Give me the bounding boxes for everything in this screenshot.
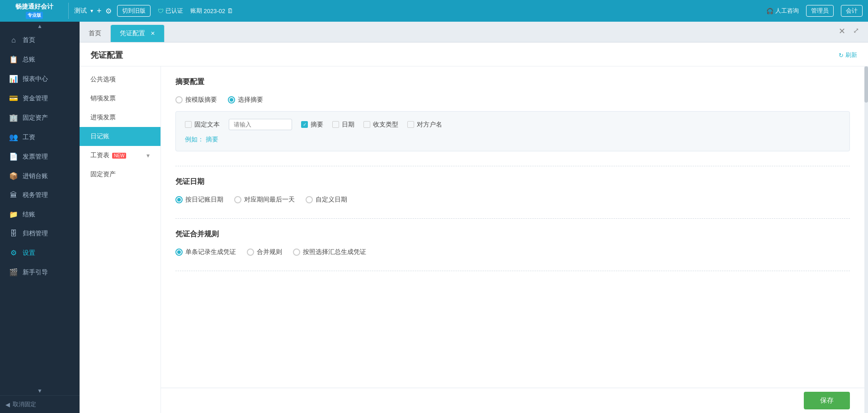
- topbar-right: 🎧 人工咨询 管理员 会计: [766, 5, 863, 17]
- old-version-button[interactable]: 切到旧版: [117, 5, 151, 17]
- tab-home[interactable]: 首页: [80, 25, 111, 42]
- sidebar-item-wages[interactable]: 👥 工资: [0, 127, 80, 147]
- merge-section: 凭证合并规则 单条记录生成凭证 合并规则: [175, 230, 850, 256]
- checkbox-box-date: [332, 121, 339, 128]
- sidebar-scroll-up[interactable]: ▲: [0, 22, 80, 31]
- page-header: 凭证配置 ↻ 刷新: [80, 42, 868, 66]
- sidebar-item-archive[interactable]: 🗄 归档管理: [0, 224, 80, 243]
- radio-last-day[interactable]: 对应期间最后一天: [234, 196, 295, 204]
- date-section-title: 凭证日期: [175, 177, 850, 187]
- tab-close-icon[interactable]: ✕: [151, 30, 155, 37]
- refresh-button[interactable]: ↻ 刷新: [839, 51, 857, 59]
- radio-circle-select-merge: [293, 249, 300, 256]
- tabbar: 首页 凭证配置 ✕ ✕ ⤢: [80, 22, 868, 42]
- left-menu-item-payroll[interactable]: 工资表 NEW ▾: [80, 146, 160, 165]
- checkbox-box-counterpart: [407, 121, 414, 128]
- radio-circle-custom-date: [306, 196, 313, 203]
- radio-single[interactable]: 单条记录生成凭证: [175, 248, 236, 256]
- tax-icon: 🏛: [9, 191, 18, 199]
- closing-icon: 📁: [9, 210, 18, 219]
- abstract-options-panel: 固定文本 摘要 日期: [175, 111, 850, 151]
- left-menu-item-public[interactable]: 公共选项: [80, 70, 160, 89]
- left-menu-item-sales-invoice[interactable]: 销项发票: [80, 89, 160, 108]
- radio-custom-date[interactable]: 自定义日期: [306, 196, 347, 204]
- scrollbar[interactable]: [864, 66, 868, 413]
- project-name: 测试: [74, 7, 87, 15]
- panel-close-button[interactable]: ✕: [839, 26, 845, 36]
- sidebar: ▲ ⌂ 首页 📋 总账 📊 报表中心 💳 资金管理 🏢 固定资产: [0, 22, 80, 413]
- payroll-expand-icon[interactable]: ▾: [146, 152, 150, 159]
- add-project-icon[interactable]: +: [97, 6, 102, 16]
- checkbox-fixed-text[interactable]: 固定文本: [185, 121, 220, 129]
- cancel-fixed-button[interactable]: ◀ 取消固定: [0, 395, 80, 413]
- divider-1: [175, 166, 850, 166]
- sidebar-item-assets[interactable]: 🏢 固定资产: [0, 108, 80, 127]
- admin-button[interactable]: 管理员: [806, 5, 834, 17]
- sidebar-item-guide[interactable]: 🎬 新手引导: [0, 263, 80, 282]
- account-button[interactable]: 会计: [841, 5, 863, 17]
- page-content: 凭证配置 ↻ 刷新 公共选项 销项发票 进项发票: [80, 42, 868, 413]
- divider-3: [175, 271, 850, 271]
- sidebar-scroll-down[interactable]: ▼: [0, 386, 80, 395]
- abstract-radio-group: 按模版摘要 选择摘要: [175, 96, 850, 104]
- example-text: 例如： 摘要: [185, 136, 840, 144]
- radio-merge-rule[interactable]: 合并规则: [247, 248, 282, 256]
- radio-circle-select: [228, 96, 235, 103]
- period-label: 账期: [190, 7, 202, 15]
- sidebar-item-closing[interactable]: 📁 结账: [0, 205, 80, 224]
- reports-icon: 📊: [9, 75, 18, 83]
- footer-bar: 保存: [161, 388, 864, 413]
- guide-icon: 🎬: [9, 268, 18, 277]
- left-menu-item-purchase-invoice[interactable]: 进项发票: [80, 108, 160, 127]
- settings-icon[interactable]: ⚙: [105, 7, 112, 15]
- headset-icon: 🎧: [766, 8, 774, 14]
- tab-voucher-config[interactable]: 凭证配置 ✕: [111, 25, 165, 42]
- radio-select-merge[interactable]: 按照选择汇总生成凭证: [293, 248, 366, 256]
- left-menu-item-journal[interactable]: 日记账: [80, 127, 160, 146]
- scrollbar-thumb[interactable]: [864, 66, 868, 103]
- purchases-icon: 📦: [9, 172, 18, 180]
- settings-sidebar-icon: ⚙: [9, 249, 18, 257]
- left-menu-item-fixed-assets[interactable]: 固定资产: [80, 165, 160, 184]
- consult-button[interactable]: 🎧 人工咨询: [766, 7, 799, 15]
- date-section: 凭证日期 按日记账日期 对应期间最后一天: [175, 177, 850, 204]
- calendar-icon[interactable]: 🗓: [227, 7, 233, 14]
- radio-journal-date[interactable]: 按日记账日期: [175, 196, 223, 204]
- checkbox-payment-type[interactable]: 收支类型: [363, 121, 398, 129]
- checkbox-box-abstract: [301, 121, 308, 128]
- radio-circle-journal-date: [175, 196, 183, 203]
- refresh-icon: ↻: [839, 52, 844, 59]
- content-area: 首页 凭证配置 ✕ ✕ ⤢ 凭证配置 ↻ 刷新 公共: [80, 22, 868, 413]
- sidebar-item-settings[interactable]: ⚙ 设置: [0, 243, 80, 263]
- merge-radio-group: 单条记录生成凭证 合并规则 按照选择汇总生成凭证: [175, 248, 850, 256]
- radio-circle-single: [175, 249, 183, 256]
- logo-text: 畅捷通好会计: [15, 3, 53, 11]
- sidebar-item-tax[interactable]: 🏛 税务管理: [0, 186, 80, 205]
- sidebar-item-purchases[interactable]: 📦 进销台账: [0, 166, 80, 186]
- checkbox-abstract[interactable]: 摘要: [301, 121, 323, 129]
- panel-expand-button[interactable]: ⤢: [853, 26, 859, 35]
- abstract-section-title: 摘要配置: [175, 77, 850, 87]
- page-title: 凭证配置: [90, 50, 123, 61]
- save-button[interactable]: 保存: [804, 392, 850, 409]
- sidebar-item-home[interactable]: ⌂ 首页: [0, 31, 80, 50]
- sidebar-item-reports[interactable]: 📊 报表中心: [0, 69, 80, 89]
- sidebar-item-invoices[interactable]: 📄 发票管理: [0, 147, 80, 166]
- sidebar-item-ledger[interactable]: 📋 总账: [0, 50, 80, 69]
- project-chevron-icon[interactable]: ▾: [90, 8, 93, 14]
- abstract-section: 摘要配置 按模版摘要 选择摘要: [175, 77, 850, 151]
- checkbox-counterpart[interactable]: 对方户名: [407, 121, 442, 129]
- content-body: 公共选项 销项发票 进项发票 日记账 工资表 NEW ▾: [80, 66, 868, 413]
- shield-icon: 🛡: [158, 8, 164, 14]
- radio-select-abstract[interactable]: 选择摘要: [228, 96, 263, 104]
- main-layout: ▲ ⌂ 首页 📋 总账 📊 报表中心 💳 资金管理 🏢 固定资产: [0, 22, 868, 413]
- sidebar-item-funds[interactable]: 💳 资金管理: [0, 89, 80, 108]
- arrow-left-icon: ◀: [5, 401, 10, 408]
- wages-icon: 👥: [9, 133, 18, 141]
- app-logo: 畅捷通好会计 专业版: [5, 3, 69, 19]
- fixed-text-input[interactable]: [229, 119, 292, 130]
- checkbox-date[interactable]: 日期: [332, 121, 354, 129]
- radio-template-abstract[interactable]: 按模版摘要: [175, 96, 217, 104]
- home-icon: ⌂: [9, 36, 18, 44]
- date-radio-group: 按日记账日期 对应期间最后一天 自定义日期: [175, 196, 850, 204]
